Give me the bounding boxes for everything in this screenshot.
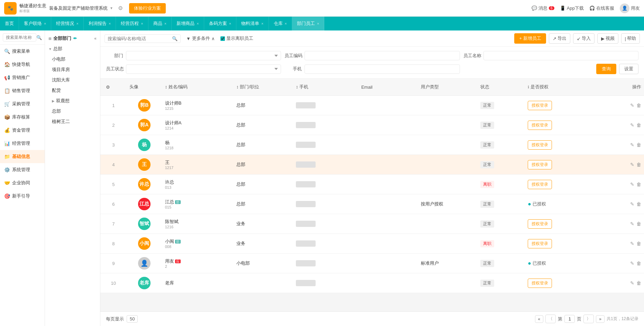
dept-node-project[interactable]: 项目库房 — [45, 64, 100, 75]
search-input[interactable] — [108, 36, 172, 41]
dept-node-distribution[interactable]: 配货 — [45, 85, 100, 96]
video-button[interactable]: ▶ 视频 — [597, 33, 618, 44]
show-resigned-checkbox[interactable]: 显示离职员工 — [220, 35, 253, 42]
more-filter-button[interactable]: ▼ 更多条件 ∧ — [183, 34, 218, 43]
sidebar-item-nav[interactable]: 🏠 快捷导航 — [0, 58, 45, 71]
delete-button[interactable]: 🗑 — [636, 261, 641, 266]
delete-button[interactable]: 🗑 — [636, 122, 641, 128]
next-page-button[interactable]: 〉 — [583, 315, 594, 323]
set-button[interactable]: 设置 — [619, 64, 638, 74]
tab-customer[interactable]: 客户联络 × — [19, 17, 51, 30]
add-employee-button[interactable]: + 新增员工 — [514, 33, 546, 44]
trial-button[interactable]: 体验行业方案 — [129, 3, 166, 14]
delete-button[interactable]: 🗑 — [636, 162, 641, 167]
first-page-button[interactable]: « — [535, 315, 544, 323]
table-gear-icon[interactable]: ⚙ — [103, 82, 113, 92]
tab-product[interactable]: 商品 × — [148, 17, 172, 30]
edit-button[interactable]: ✎ — [630, 142, 634, 148]
tab-home[interactable]: 首页 — [0, 17, 19, 30]
delete-button[interactable]: 🗑 — [636, 103, 641, 108]
emp-name-input[interactable] — [483, 51, 638, 60]
sidebar-search[interactable]: 🔍 — [0, 30, 45, 45]
collapse-icon[interactable]: « — [94, 36, 97, 41]
dept-node-zongbu[interactable]: 总部 — [45, 106, 100, 116]
delete-button[interactable]: 🗑 — [636, 221, 641, 227]
close-icon[interactable]: × — [44, 21, 46, 26]
sidebar-item-sales[interactable]: 📋 销售管理 — [0, 84, 45, 97]
tab-bom[interactable]: 物料清单 × — [236, 17, 269, 30]
prev-page-button[interactable]: 〈 — [545, 315, 556, 323]
delete-button[interactable]: 🗑 — [636, 201, 641, 207]
user-avatar[interactable]: 👤 用友 — [620, 3, 640, 13]
gear-icon[interactable]: ⚙ — [118, 5, 123, 11]
edit-button[interactable]: ✎ — [630, 261, 634, 266]
edit-button[interactable]: ✎ — [630, 280, 634, 286]
search-input-wrap[interactable]: 🔍 — [105, 34, 181, 43]
tab-new-product[interactable]: 新增商品 × — [172, 17, 204, 30]
dept-node-shenyang[interactable]: 沈阳大库 — [45, 75, 100, 85]
query-button[interactable]: 查询 — [596, 64, 616, 74]
import-button[interactable]: ↙ 导入 — [573, 33, 595, 44]
close-icon[interactable]: × — [141, 21, 143, 26]
close-icon[interactable]: × — [261, 21, 263, 26]
online-service-button[interactable]: 🎧 在线客服 — [589, 5, 614, 11]
sidebar-item-purchase[interactable]: 🛒 采购管理 — [0, 97, 45, 111]
auth-login-button[interactable]: 授权登录 — [528, 180, 552, 189]
delete-button[interactable]: 🗑 — [636, 241, 641, 246]
emp-code-input[interactable] — [305, 51, 460, 60]
dropdown-arrow-icon[interactable]: ▼ — [110, 6, 113, 10]
delete-button[interactable]: 🗑 — [636, 142, 641, 148]
sidebar-item-inventory[interactable]: 📦 库存核算 — [0, 111, 45, 124]
edit-button[interactable]: ✎ — [630, 122, 634, 128]
last-page-button[interactable]: » — [596, 315, 605, 323]
message-button[interactable]: 💬 消息 6 — [532, 5, 554, 11]
phone-input[interactable] — [305, 64, 460, 74]
auth-login-button[interactable]: 授权登录 — [528, 219, 552, 229]
edit-button[interactable]: ✎ — [630, 241, 634, 246]
close-icon[interactable]: × — [76, 21, 78, 26]
close-icon[interactable]: × — [229, 21, 231, 26]
auth-login-button[interactable]: 授权登录 — [528, 101, 552, 110]
sidebar-item-finance[interactable]: 💰 资金管理 — [0, 124, 45, 137]
close-icon[interactable]: × — [164, 21, 166, 26]
tab-history[interactable]: 经营历程 × — [116, 17, 148, 30]
auth-login-button[interactable]: 授权登录 — [528, 239, 552, 248]
sidebar-item-search[interactable]: 🔍 搜索菜单 — [0, 45, 45, 58]
app-download-button[interactable]: 📱 App下载 — [560, 5, 584, 11]
edit-button[interactable]: ✎ — [630, 182, 634, 187]
help-button[interactable]: | 帮助 — [621, 33, 640, 44]
sidebar-item-system[interactable]: ⚙️ 系统管理 — [0, 163, 45, 176]
auth-login-button[interactable]: 授权登录 — [528, 140, 552, 150]
dept-node-shuanglu[interactable]: ▶ 双鹿想 — [45, 96, 100, 106]
auth-login-button[interactable]: 授权登录 — [528, 160, 552, 169]
close-icon[interactable]: × — [109, 21, 111, 26]
edit-icon[interactable]: ✏ — [73, 36, 77, 41]
tab-department[interactable]: 部门员工 × — [292, 17, 324, 30]
sidebar-item-basic[interactable]: 📁 基础信息 — [0, 150, 45, 163]
sidebar-item-collab[interactable]: 🤝 企业协同 — [0, 176, 45, 190]
sidebar-item-guide[interactable]: 🎯 新手引导 — [0, 190, 45, 203]
sidebar-item-marketing[interactable]: 📢 营销推广 — [0, 71, 45, 84]
close-icon[interactable]: × — [197, 21, 199, 26]
tab-profit[interactable]: 利润报告 × — [84, 17, 116, 30]
edit-button[interactable]: ✎ — [630, 201, 634, 207]
dept-node-xdbu[interactable]: 小电部 — [45, 54, 100, 64]
sidebar-item-business[interactable]: 📊 经营管理 — [0, 137, 45, 150]
edit-button[interactable]: ✎ — [630, 162, 634, 167]
auth-login-button[interactable]: 授权登录 — [528, 279, 552, 288]
tab-barcode[interactable]: 条码方案 × — [204, 17, 236, 30]
delete-button[interactable]: 🗑 — [636, 280, 641, 286]
tab-operation[interactable]: 经营情况 × — [51, 17, 83, 30]
auth-login-button[interactable]: 授权登录 — [528, 121, 552, 130]
dept-node-zhishu[interactable]: 植树王二 — [45, 116, 100, 127]
close-icon[interactable]: × — [285, 21, 287, 26]
export-button[interactable]: ↗ 导出 — [549, 33, 570, 44]
status-select[interactable] — [126, 64, 281, 74]
dept-node-headquarters[interactable]: ▼ 总部 — [45, 44, 100, 54]
delete-button[interactable]: 🗑 — [636, 182, 641, 187]
close-icon[interactable]: × — [317, 21, 319, 26]
sidebar-search-input[interactable] — [3, 33, 36, 42]
tab-warehouse[interactable]: 仓库 × — [269, 17, 292, 30]
edit-button[interactable]: ✎ — [630, 103, 634, 108]
dept-select[interactable] — [126, 51, 281, 60]
